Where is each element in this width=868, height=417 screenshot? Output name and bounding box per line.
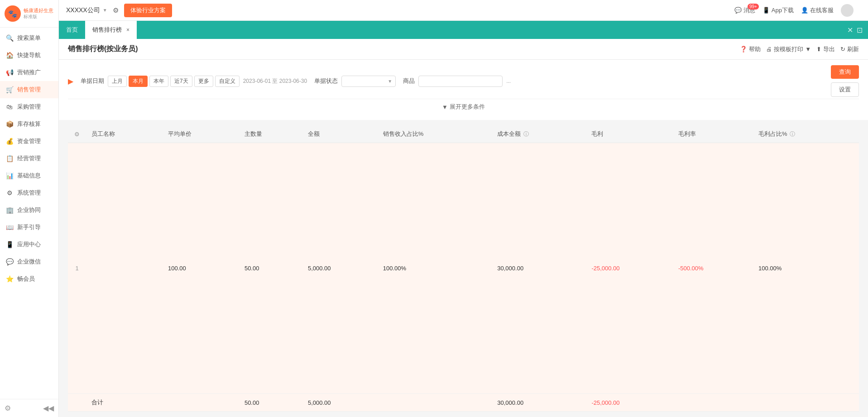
print-dropdown-icon: ▼ bbox=[805, 46, 811, 53]
date-prev-month-btn[interactable]: 上月 bbox=[108, 76, 127, 87]
sidebar-item-system[interactable]: ⚙ 系统管理 bbox=[0, 184, 58, 201]
status-select[interactable] bbox=[341, 76, 396, 87]
topbar-right: 💬 消息 99+ 📱 App下载 👤 在线客服 bbox=[734, 4, 861, 17]
sidebar-item-guide[interactable]: 📖 新手引导 bbox=[0, 219, 58, 236]
date-range-display: 2023-06-01 至 2023-06-30 bbox=[243, 77, 307, 85]
export-button[interactable]: ⬆ 导出 bbox=[816, 45, 835, 53]
apps-icon: 📱 bbox=[5, 240, 14, 249]
home-icon: 🏠 bbox=[5, 51, 14, 59]
col-name: 员工名称 bbox=[86, 125, 163, 143]
expand-row: ▼ 展开更多条件 bbox=[68, 99, 859, 115]
sidebar-item-finance[interactable]: 💰 资金管理 bbox=[0, 133, 58, 150]
date-7days-btn[interactable]: 近7天 bbox=[170, 76, 192, 87]
row-cost: 30,000.00 bbox=[492, 143, 586, 394]
tab-home[interactable]: 首页 bbox=[59, 21, 85, 39]
row-amount: 5,000.00 bbox=[302, 143, 378, 394]
sidebar-item-basic[interactable]: 📊 基础信息 bbox=[0, 167, 58, 184]
sidebar-logo: 🐾 畅康通好生意 标准版 bbox=[0, 0, 58, 28]
sidebar-item-sales[interactable]: 🛒 销售管理 bbox=[0, 81, 58, 98]
trial-button[interactable]: 体验行业方案 bbox=[124, 4, 172, 17]
col-amount: 全额 bbox=[302, 125, 378, 143]
message-button[interactable]: 💬 消息 99+ bbox=[734, 6, 755, 14]
page-actions: ❓ 帮助 🖨 按模板打印 ▼ ⬆ 导出 ↻ 刷新 bbox=[740, 45, 859, 59]
sidebar-item-label: 库存核算 bbox=[17, 120, 41, 128]
avatar[interactable] bbox=[841, 4, 854, 17]
tab-close-all-icon[interactable]: ✕ bbox=[847, 26, 853, 34]
row-avg-price: 100.00 bbox=[163, 143, 239, 394]
row-rank: 1 bbox=[68, 143, 86, 394]
date-cur-month-btn[interactable]: 本月 bbox=[129, 76, 148, 87]
col-profit-rate: 毛利率 bbox=[673, 125, 753, 143]
expand-icon: ▼ bbox=[442, 104, 448, 110]
profit-pct-info-icon[interactable]: ⓘ bbox=[790, 131, 795, 137]
sidebar-item-operations[interactable]: 📋 经营管理 bbox=[0, 150, 58, 167]
refresh-button[interactable]: ↻ 刷新 bbox=[840, 45, 859, 53]
app-download-button[interactable]: 📱 App下载 bbox=[762, 6, 794, 14]
tab-sales-ranking[interactable]: 销售排行榜 × bbox=[85, 21, 137, 39]
data-table: ⚙ 员工名称 平均单价 主数量 全额 销售收入占比% 成本全额 ⓘ 毛利 毛利率 bbox=[68, 125, 859, 412]
inventory-icon: 📦 bbox=[5, 120, 14, 128]
sidebar-item-label: 系统管理 bbox=[17, 189, 41, 197]
sidebar-item-enterprise[interactable]: 🏢 企业协同 bbox=[0, 201, 58, 219]
date-filter: 单据日期 上月 本月 本年 近7天 更多 自定义 2023-06-01 至 20… bbox=[81, 76, 307, 87]
message-icon: 💬 bbox=[734, 7, 742, 14]
col-cost: 成本全额 ⓘ bbox=[492, 125, 586, 143]
sidebar-item-label: 销售管理 bbox=[17, 86, 41, 94]
sidebar-item-purchase[interactable]: 🛍 采购管理 bbox=[0, 98, 58, 115]
sidebar-item-search[interactable]: 🔍 搜索菜单 bbox=[0, 29, 58, 47]
sidebar-bottom: ⚙ ◀◀ bbox=[0, 399, 58, 417]
total-avg-price bbox=[163, 394, 239, 412]
goods-filter-label: 商品 bbox=[403, 77, 415, 85]
cost-info-icon[interactable]: ⓘ bbox=[523, 131, 529, 137]
tab-home-label: 首页 bbox=[66, 26, 78, 34]
col-profit-pct: 毛利占比% ⓘ bbox=[753, 125, 859, 143]
date-custom-btn[interactable]: 自定义 bbox=[215, 76, 240, 87]
sidebar-item-wechat[interactable]: 💬 企业微信 bbox=[0, 253, 58, 270]
sidebar-item-quicknav[interactable]: 🏠 快捷导航 bbox=[0, 47, 58, 64]
row-profit-pct: 100.00% bbox=[753, 143, 859, 394]
expand-conditions-button[interactable]: ▼ 展开更多条件 bbox=[442, 103, 485, 111]
col-profit: 毛利 bbox=[586, 125, 673, 143]
sidebar: 🐾 畅康通好生意 标准版 🔍 搜索菜单 🏠 快捷导航 📢 营销推广 🛒 销售管理… bbox=[0, 0, 59, 417]
tabbar-right: ✕ ⊡ bbox=[842, 21, 868, 39]
status-filter: 单据状态 ▼ bbox=[314, 76, 396, 87]
query-button[interactable]: 查询 bbox=[831, 65, 859, 79]
filter-toggle-icon[interactable]: ▶ bbox=[68, 77, 73, 86]
sidebar-item-apps[interactable]: 📱 应用中心 bbox=[0, 236, 58, 253]
row-profit-rate: -500.00% bbox=[673, 143, 753, 394]
filter-row: ▶ 单据日期 上月 本月 本年 近7天 更多 自定义 2023-06-01 至 … bbox=[68, 65, 859, 97]
sidebar-item-label: 采购管理 bbox=[17, 103, 41, 111]
goods-input[interactable] bbox=[418, 76, 503, 87]
logo-icon: 🐾 bbox=[5, 5, 21, 22]
app-icon: 📱 bbox=[762, 7, 770, 14]
help-button[interactable]: ❓ 帮助 bbox=[740, 45, 761, 53]
sidebar-item-label: 企业协同 bbox=[17, 206, 41, 214]
sidebar-item-label: 畅会员 bbox=[17, 275, 35, 283]
tab-sales-label: 销售排行榜 bbox=[92, 26, 122, 34]
total-profit-rate bbox=[673, 394, 753, 412]
online-service-button[interactable]: 👤 在线客服 bbox=[801, 6, 834, 14]
tab-close-icon[interactable]: × bbox=[126, 27, 129, 33]
sidebar-item-member[interactable]: ⭐ 畅会员 bbox=[0, 270, 58, 288]
goods-more-icon[interactable]: ... bbox=[506, 78, 511, 84]
date-filter-label: 单据日期 bbox=[81, 77, 104, 85]
sidebar-item-label: 营销推广 bbox=[17, 68, 41, 77]
company-selector[interactable]: XXXXX公司 ▼ bbox=[66, 6, 107, 14]
sidebar-item-inventory[interactable]: 📦 库存核算 bbox=[0, 115, 58, 133]
topbar: XXXXX公司 ▼ ⚙ 体验行业方案 💬 消息 99+ 📱 App下载 👤 在线… bbox=[59, 0, 868, 21]
collapse-icon[interactable]: ◀◀ bbox=[43, 404, 54, 412]
print-button[interactable]: 🖨 按模板打印 ▼ bbox=[766, 45, 811, 53]
col-quantity: 主数量 bbox=[239, 125, 302, 143]
col-avg-price: 平均单价 bbox=[163, 125, 239, 143]
sidebar-item-marketing[interactable]: 📢 营销推广 bbox=[0, 64, 58, 81]
total-sales-pct bbox=[378, 394, 492, 412]
sidebar-nav: 🔍 搜索菜单 🏠 快捷导航 📢 营销推广 🛒 销售管理 🛍 采购管理 📦 库存核… bbox=[0, 28, 58, 399]
bottom-settings-icon[interactable]: ⚙ bbox=[5, 404, 11, 412]
tab-restore-icon[interactable]: ⊡ bbox=[857, 26, 863, 34]
topbar-gear-icon[interactable]: ⚙ bbox=[113, 6, 119, 14]
date-more-btn[interactable]: 更多 bbox=[194, 76, 213, 87]
total-cost: 30,000.00 bbox=[492, 394, 586, 412]
date-year-btn[interactable]: 本年 bbox=[149, 76, 168, 87]
set-button[interactable]: 设置 bbox=[831, 82, 859, 97]
col-settings[interactable]: ⚙ bbox=[68, 125, 86, 143]
